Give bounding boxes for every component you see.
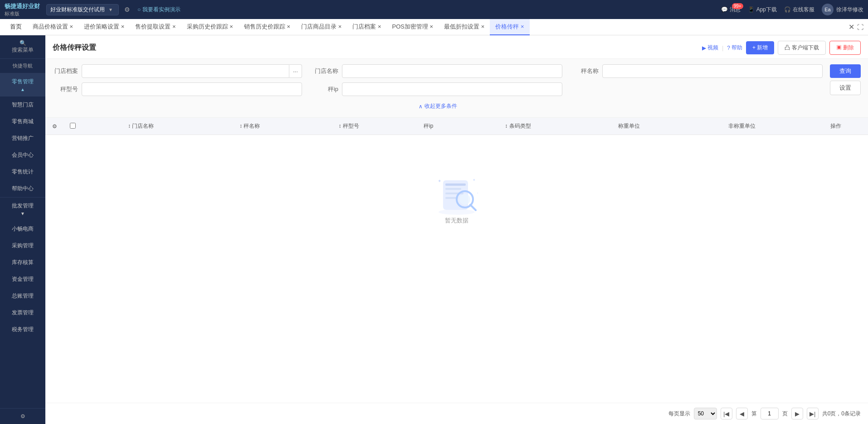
set-button[interactable]: 设置 [830, 81, 861, 95]
scale-ip-input[interactable] [342, 82, 562, 96]
nav-item-scale[interactable]: 价格传秤 × [490, 19, 529, 35]
avatar: Ea [822, 4, 834, 15]
sidebar-item-ecommerce[interactable]: 小畅电商 [0, 221, 45, 237]
message-button[interactable]: 💬 消息 99+ [721, 6, 741, 14]
store-name-input[interactable] [342, 64, 562, 78]
per-page-label: 每页显示 [668, 410, 690, 418]
chevron-down-icon: ▼ [20, 211, 25, 216]
sidebar-search[interactable]: 🔍 搜索菜单 [0, 35, 45, 59]
nav-item-catalog[interactable]: 门店商品目录 × [296, 19, 347, 35]
prev-page-button[interactable]: ◀ [736, 408, 748, 419]
question-icon: ? [727, 45, 730, 51]
query-button[interactable]: 查询 [830, 64, 861, 78]
page-title: 价格传秤设置 [53, 43, 96, 53]
headphone-icon: 🎧 [784, 6, 791, 13]
scale-name-label: 秤名称 [573, 67, 599, 75]
video-link[interactable]: ▶ 视频 [702, 44, 718, 52]
sidebar-item-ledger[interactable]: 总账管理 [0, 288, 45, 304]
sidebar-item-retail-stats[interactable]: 零售统计 [0, 164, 45, 180]
online-service-button[interactable]: 🎧 在线客服 [784, 6, 814, 14]
nav-item-sale-history[interactable]: 销售历史价跟踪 × [239, 19, 296, 35]
total-info: 共0页，0条记录 [822, 410, 861, 418]
nav-item-pos[interactable]: POS加密管理 × [387, 19, 439, 35]
filter-item-store-archive: 门店档案 ··· [53, 64, 302, 78]
nav-item-purchase-history[interactable]: 采购历史价跟踪 × [181, 19, 239, 35]
table-header-scale-model[interactable]: ↕ 秤型号 [299, 118, 399, 135]
per-page-select[interactable]: 10 20 50 100 [694, 408, 717, 419]
version-select[interactable]: 好业财标准版交付试用 ▼ [46, 4, 119, 15]
table-header-weight-unit: 称重单位 [577, 118, 681, 135]
pagination: 每页显示 10 20 50 100 |◀ ◀ 算 页 ▶ ▶| 共0页，0条记录 [45, 403, 868, 424]
store-archive-dots-button[interactable]: ··· [289, 64, 302, 78]
close-tab-icon[interactable]: ✕ [848, 23, 854, 31]
expand-icon[interactable]: ⛶ [857, 24, 863, 31]
sidebar-item-retail[interactable]: 零售管理 ▲ [0, 73, 45, 96]
page-number-input[interactable] [761, 408, 779, 419]
store-archive-input-group: ··· [82, 64, 302, 78]
next-page-button[interactable]: ▶ [791, 408, 803, 419]
filter-item-scale-name: 秤名称 [573, 64, 823, 78]
download-button[interactable]: 凸 客户端下载 [778, 41, 825, 55]
filter-area: 门店档案 ··· 门店名称 秤名称 [45, 59, 868, 118]
user-area[interactable]: Ea 徐泽华修改 [822, 4, 863, 15]
store-archive-label: 门店档案 [53, 67, 78, 75]
nav-item-home[interactable]: 首页 [5, 19, 27, 35]
nav-item-sale[interactable]: 售价提取设置 × [130, 19, 181, 35]
secondary-nav: 首页 商品价格设置 × 进价策略设置 × 售价提取设置 × 采购历史价跟踪 × … [0, 19, 868, 35]
svg-line-8 [470, 205, 476, 210]
table-header-checkbox[interactable] [63, 118, 82, 135]
store-name-label: 门店名称 [313, 67, 338, 75]
last-page-button[interactable]: ▶| [807, 408, 819, 419]
app-download-icon: 📱 [748, 6, 755, 13]
help-link[interactable]: ? 帮助 [727, 44, 742, 52]
user-name: 徐泽华修改 [836, 6, 863, 14]
message-badge: 99+ [732, 3, 743, 9]
svg-text:•: • [477, 192, 478, 194]
delete-button[interactable]: ▣ 删除 [829, 41, 861, 55]
filter-item-scale-ip: 秤ip [313, 82, 562, 96]
dropdown-arrow-icon: ▼ [108, 7, 113, 12]
table-header-store-name[interactable]: ↕ 门店名称 [82, 118, 200, 135]
sidebar-item-member[interactable]: 会员中心 [0, 147, 45, 164]
table-header-barcode-type[interactable]: ↕ 条码类型 [458, 118, 577, 135]
sidebar-item-marketing[interactable]: 营销推广 [0, 130, 45, 147]
svg-text:✦: ✦ [438, 178, 441, 183]
scale-name-input[interactable] [602, 64, 823, 78]
sidebar-item-smart-store[interactable]: 智慧门店 [0, 96, 45, 113]
sidebar-item-invoice[interactable]: 发票管理 [0, 304, 45, 321]
demo-link[interactable]: 我要看实例演示 [137, 6, 180, 14]
sidebar-settings-button[interactable]: ⚙ [0, 408, 45, 424]
nav-item-cost[interactable]: 进价策略设置 × [78, 19, 130, 35]
sidebar-item-inventory[interactable]: 库存核算 [0, 254, 45, 271]
first-page-button[interactable]: |◀ [721, 408, 732, 419]
sidebar-item-retail-mall[interactable]: 零售商城 [0, 113, 45, 130]
table-header-settings[interactable]: ⚙ [45, 118, 63, 135]
select-all-checkbox[interactable] [70, 123, 76, 129]
nav-item-price[interactable]: 商品价格设置 × [27, 19, 78, 35]
collapse-button[interactable]: ∧ 收起更多条件 [413, 101, 463, 112]
sidebar-item-wholesale[interactable]: 批发管理 ▼ [0, 198, 45, 221]
settings-icon-button[interactable]: ⚙ [122, 4, 132, 15]
sidebar-shortcut[interactable]: 快捷导航 [0, 59, 45, 73]
store-archive-input[interactable] [82, 64, 289, 78]
nav-item-store[interactable]: 门店档案 × [347, 19, 386, 35]
page-suffix: 页 [782, 410, 788, 418]
sidebar-item-purchase[interactable]: 采购管理 [0, 237, 45, 254]
add-button[interactable]: + 新增 [746, 41, 774, 54]
sidebar-item-help[interactable]: 帮助中心 [0, 180, 45, 197]
table-header-operation: 操作 [803, 118, 868, 135]
main-area: 🔍 搜索菜单 快捷导航 零售管理 ▲ 智慧门店 零售商城 营销推广 [0, 35, 868, 424]
table-area: ⚙ ↕ 门店名称 ↕ 秤名称 ↕ 秤型号 [45, 118, 868, 403]
logo-sub: 标准版 [5, 10, 20, 17]
sidebar: 🔍 搜索菜单 快捷导航 零售管理 ▲ 智慧门店 零售商城 营销推广 [0, 35, 45, 424]
nav-item-discount[interactable]: 最低折扣设置 × [439, 19, 490, 35]
logo-main: 畅捷通好业财 [5, 2, 40, 10]
table-header-scale-name[interactable]: ↕ 秤名称 [200, 118, 299, 135]
table-header-scale-ip: 秤ip [398, 118, 458, 135]
logo-area: 畅捷通好业财 标准版 [5, 2, 40, 17]
app-download-button[interactable]: 📱 App下载 [748, 6, 777, 14]
svg-rect-2 [445, 183, 466, 186]
sidebar-item-tax[interactable]: 税务管理 [0, 321, 45, 338]
sidebar-item-finance[interactable]: 资金管理 [0, 271, 45, 288]
scale-model-input[interactable] [82, 82, 302, 96]
